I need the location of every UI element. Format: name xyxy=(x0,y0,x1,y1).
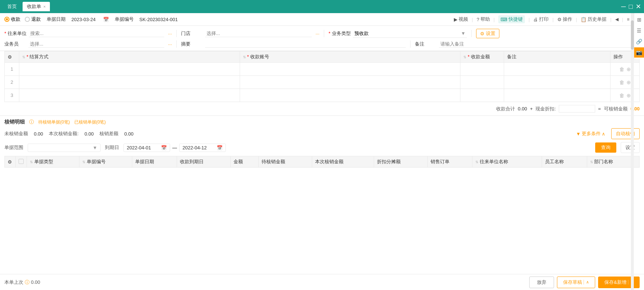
settings-btn[interactable]: ⚙ 设置 xyxy=(476,29,499,38)
video-btn[interactable]: ▶ 视频 xyxy=(454,16,468,23)
staff-field-group: 业务员 ··· xyxy=(4,40,172,48)
row1-delete-icon[interactable]: 🗑 xyxy=(619,66,624,72)
history-btn[interactable]: 📋 历史单据 xyxy=(581,16,606,23)
nav-prev-btn[interactable]: ◀ xyxy=(615,17,619,22)
abstract-input[interactable] xyxy=(205,40,406,48)
done-tab[interactable]: 已核销单据(0笔) xyxy=(74,119,106,125)
shortcut-icon: ⌨ xyxy=(500,17,507,22)
print-btn[interactable]: 🖨 打印 xyxy=(533,16,549,23)
row2-amount[interactable] xyxy=(460,76,504,89)
table-settings-icon2[interactable]: ⚙ xyxy=(8,159,12,165)
date-to-box[interactable]: 📅 xyxy=(179,144,226,152)
bottom-label: 本单上次 xyxy=(4,279,23,286)
note-input[interactable] xyxy=(439,40,640,48)
customer-field-group: 往来单位 ··· xyxy=(4,30,172,37)
auto-verify-btn[interactable]: 自动核销 xyxy=(611,128,640,139)
th-staff-name: 员工名称 xyxy=(542,156,587,168)
window-max-btn[interactable]: □ xyxy=(629,3,633,11)
business-type-dropdown[interactable]: 预收款 ▼ xyxy=(353,30,467,38)
th-checkbox[interactable]: ⚙ xyxy=(5,156,16,168)
right-panel-list-icon[interactable]: ☰ xyxy=(634,26,644,36)
row-num-2: 2 xyxy=(5,76,19,89)
radio-shoukuan[interactable]: 收款 xyxy=(4,16,20,23)
query-btn[interactable]: 查询 xyxy=(595,142,616,153)
table-row: 3 🗑 ⊕ xyxy=(5,89,640,102)
row3-note[interactable] xyxy=(504,89,610,102)
row2-note[interactable] xyxy=(504,76,610,89)
row3-settle[interactable] xyxy=(19,89,240,102)
row1-settle[interactable] xyxy=(19,63,240,76)
save-draft-btn[interactable]: 保存草稿 ∧ xyxy=(557,277,595,288)
nav-tab-receipt[interactable]: 收款单 × xyxy=(23,2,50,11)
row2-settle[interactable] xyxy=(19,76,240,89)
dropdown-chevron-icon: ▼ xyxy=(461,31,466,36)
row2-account[interactable] xyxy=(240,76,460,89)
window-min-btn[interactable]: ─ xyxy=(621,3,626,11)
operation-icon: ⚙ xyxy=(557,17,562,22)
row3-delete-icon[interactable]: 🗑 xyxy=(619,93,624,98)
th-doc-type: ⇅ 单据类型 xyxy=(27,156,79,168)
row1-copy-icon[interactable]: ⊕ xyxy=(627,66,631,72)
staff-input[interactable] xyxy=(28,40,164,48)
row3-amount[interactable] xyxy=(460,89,504,102)
th-settle-method: ⇅ 结算方式 xyxy=(19,51,240,63)
right-panel-camera-icon[interactable]: 📷 xyxy=(634,47,644,58)
row3-actions: 🗑 ⊕ xyxy=(610,89,640,102)
right-panel: ⊞ ☰ 🔗 📷 xyxy=(634,13,644,59)
store-label: 门店 xyxy=(181,30,203,37)
operation-btn[interactable]: ⚙ 操作 xyxy=(557,16,572,23)
nav-tab-close[interactable]: × xyxy=(43,4,46,9)
date-from-box[interactable]: 📅 xyxy=(123,144,170,152)
store-field-group: 门店 ··· xyxy=(181,30,319,37)
row2-delete-icon[interactable]: 🗑 xyxy=(619,79,624,85)
radio-tuidan[interactable]: 退款 xyxy=(25,16,41,23)
row3-account[interactable] xyxy=(240,89,460,102)
verify-settings-btn[interactable]: 设置 xyxy=(621,142,640,153)
view-list-btn[interactable]: ≡ xyxy=(627,17,629,22)
right-panel-table-icon[interactable]: ⊞ xyxy=(634,15,644,25)
calendar-icon[interactable]: 📅 xyxy=(103,17,109,22)
help-btn[interactable]: ? 帮助 xyxy=(476,16,490,23)
discount-input[interactable] xyxy=(559,105,595,113)
store-more-icon[interactable]: ··· xyxy=(315,31,319,36)
nav-right: ─ □ ✕ xyxy=(621,3,641,11)
chevron-up-icon: ∧ xyxy=(602,131,605,137)
staff-more-icon[interactable]: ··· xyxy=(168,42,172,47)
sep5: | xyxy=(576,17,577,22)
doc-range-select[interactable]: ▼ xyxy=(28,144,101,152)
store-input[interactable] xyxy=(205,30,312,37)
calendar-from-icon[interactable]: 📅 xyxy=(161,145,167,150)
date-to-input[interactable] xyxy=(182,145,215,150)
customer-input[interactable] xyxy=(29,30,164,37)
th-settings[interactable]: ⚙ xyxy=(5,51,19,63)
verify-title: 核销明细 xyxy=(4,119,25,125)
date-value[interactable]: 2023-03-24 xyxy=(71,17,96,22)
right-panel-link-icon[interactable]: 🔗 xyxy=(634,36,644,47)
row3-copy-icon[interactable]: ⊕ xyxy=(627,93,631,98)
more-conditions-btn[interactable]: ▼ 更多条件 ∧ xyxy=(576,130,605,137)
customer-more-icon[interactable]: ··· xyxy=(168,31,172,36)
row1-amount[interactable] xyxy=(460,63,504,76)
nav-tab-label: 收款单 xyxy=(27,3,41,10)
bottom-info-icon: ⓘ xyxy=(25,279,30,286)
diff-label: 核销差额 xyxy=(99,130,118,137)
abandon-btn[interactable]: 放弃 xyxy=(529,277,554,288)
row2-copy-icon[interactable]: ⊕ xyxy=(627,79,631,85)
select-all-checkbox[interactable] xyxy=(19,159,24,164)
scroll-thumb[interactable] xyxy=(631,20,634,50)
scroll-track[interactable] xyxy=(631,13,634,290)
shortcut-btn[interactable]: ⌨ 快捷键 xyxy=(498,15,525,23)
doc-range-label: 单据范围 xyxy=(4,144,23,151)
window-close-btn[interactable]: ✕ xyxy=(636,3,641,11)
verify-info-icon[interactable]: ⓘ xyxy=(29,119,34,125)
row1-account[interactable] xyxy=(240,63,460,76)
row1-note[interactable] xyxy=(504,63,610,76)
date-from-input[interactable] xyxy=(127,145,160,150)
doc-no-value[interactable]: SK-20230324-001 xyxy=(140,17,178,22)
diff-value: 0.00 xyxy=(124,131,133,137)
settings-gear-icon: ⚙ xyxy=(480,31,484,36)
nav-home[interactable]: 首页 xyxy=(3,2,21,11)
calendar-to-icon[interactable]: 📅 xyxy=(217,145,223,150)
table-settings-icon[interactable]: ⚙ xyxy=(8,54,12,60)
pending-tab[interactable]: 待核销单据(0笔) xyxy=(38,119,70,125)
